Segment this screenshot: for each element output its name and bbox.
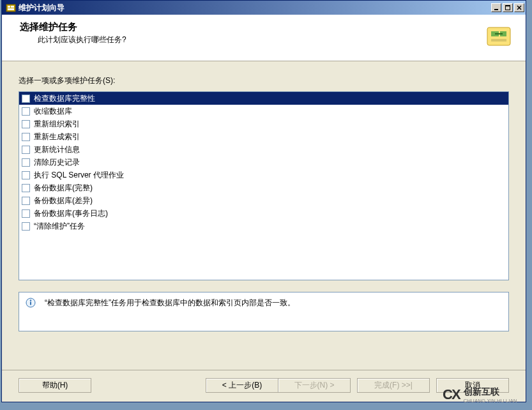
checkbox[interactable] [22,171,30,179]
list-item-label: 检查数据库完整性 [34,93,95,104]
list-item[interactable]: 备份数据库(完整) [19,181,508,194]
svg-rect-4 [494,9,498,10]
tasks-listbox[interactable]: 检查数据库完整性 收缩数据库 重新组织索引 重新生成索引 更新统计信息 清除历史… [19,91,509,280]
list-item[interactable]: 收缩数据库 [19,105,508,118]
titlebar: 维护计划向导 [2,1,526,15]
list-item-label: 备份数据库(事务日志) [34,208,108,219]
checkbox[interactable] [22,133,30,141]
svg-rect-2 [11,6,14,8]
finish-button[interactable]: 完成(F) >>| [357,378,430,393]
svg-rect-1 [8,6,10,8]
list-item-label: 重新组织索引 [34,119,80,130]
list-item[interactable]: 重新组织索引 [19,118,508,130]
list-item[interactable]: 备份数据库(事务日志) [19,207,508,220]
info-icon [26,298,36,308]
list-item-label: 执行 SQL Server 代理作业 [34,170,124,181]
maximize-button[interactable] [503,3,513,12]
list-item[interactable]: 执行 SQL Server 代理作业 [19,169,508,181]
wizard-icon [483,21,514,52]
checkbox[interactable] [22,95,30,103]
svg-rect-12 [491,39,506,42]
wizard-content: 选择一项或多项维护任务(S): 检查数据库完整性 收缩数据库 重新组织索引 重新… [2,61,526,370]
list-item-label: “清除维护”任务 [34,221,85,232]
tasks-list-label: 选择一项或多项维护任务(S): [19,75,509,86]
list-item[interactable]: 检查数据库完整性 [19,92,508,105]
watermark: CX 创新互联 CHUANG XIN HU LIAN [443,382,532,407]
checkbox[interactable] [22,146,30,154]
watermark-sub: CHUANG XIN HU LIAN [464,398,517,404]
list-item-label: 重新生成索引 [34,132,80,142]
watermark-logo-icon: CX [443,386,460,403]
list-item[interactable]: 重新生成索引 [19,130,508,143]
svg-rect-3 [8,8,14,10]
help-button[interactable]: 帮助(H) [19,378,91,393]
list-item-label: 收缩数据库 [34,106,72,117]
page-subtitle: 此计划应该执行哪些任务? [38,34,478,45]
back-button[interactable]: < 上一步(B) [206,378,278,393]
checkbox[interactable] [22,184,30,192]
list-item-label: 清除历史记录 [34,157,80,168]
svg-rect-0 [6,4,15,11]
watermark-brand: 创新互联 [464,386,517,398]
checkbox[interactable] [22,209,30,218]
checkbox[interactable] [22,120,30,128]
next-button[interactable]: 下一步(N) > [278,378,351,393]
checkbox[interactable] [22,222,30,231]
checkbox[interactable] [22,158,30,167]
task-description-text: “检查数据库完整性”任务用于检查数据库中的数据和索引页内部是否一致。 [45,298,295,308]
wizard-window: 维护计划向导 选择维护任务 此计划应该执行哪些任务? 选择一项或多项维护任务(S [1,0,526,402]
list-item[interactable]: “清除维护”任务 [19,220,508,232]
list-item-label: 更新统计信息 [34,144,80,155]
wizard-header: 选择维护任务 此计划应该执行哪些任务? [2,15,526,61]
page-title: 选择维护任务 [20,21,478,33]
close-button[interactable] [514,3,524,12]
app-icon [6,3,16,13]
list-item[interactable]: 更新统计信息 [19,143,508,156]
svg-rect-6 [505,5,510,6]
svg-point-14 [30,300,31,301]
list-item-label: 备份数据库(完整) [34,183,93,194]
list-item-label: 备份数据库(差异) [34,195,93,206]
checkbox[interactable] [22,107,30,116]
list-item[interactable]: 清除历史记录 [19,156,508,169]
checkbox[interactable] [22,197,30,205]
window-title: 维护计划向导 [19,3,490,13]
minimize-button[interactable] [491,3,501,12]
task-description-box: “检查数据库完整性”任务用于检查数据库中的数据和索引页内部是否一致。 [19,292,509,331]
svg-rect-15 [30,302,31,305]
list-item[interactable]: 备份数据库(差异) [19,194,508,207]
